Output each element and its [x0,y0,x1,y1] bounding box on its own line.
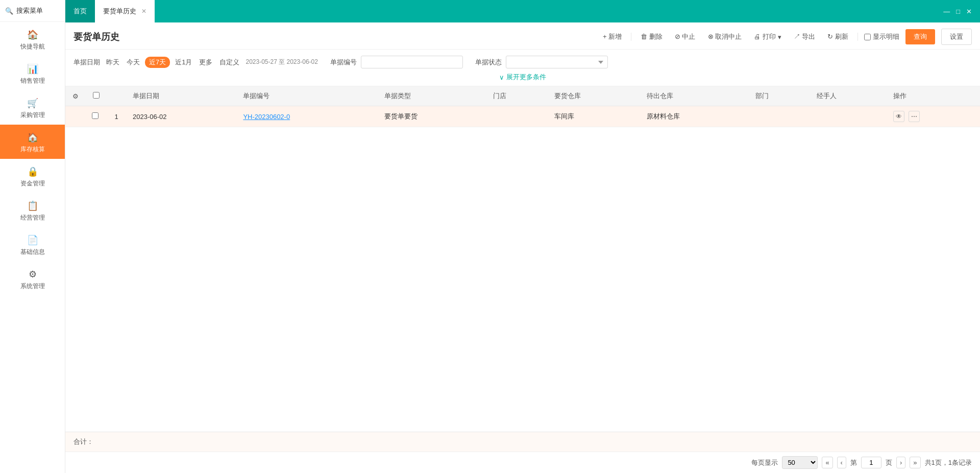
print-dropdown-icon: ▾ [778,33,781,41]
status-filter: 单据状态 [475,56,608,68]
close-icon[interactable]: ✕ [966,8,972,15]
th-req-warehouse[interactable]: 要货仓库 [548,86,641,106]
settings-button[interactable]: 设置 [941,29,972,45]
table-header-row: ⚙ 单据日期 单据编号 单据类型 [65,86,980,106]
show-detail-checkbox[interactable] [864,34,871,40]
th-pending-warehouse-label: 待出仓库 [647,92,673,100]
sidebar-item-operations[interactable]: 📋 经营管理 [0,193,65,227]
tab-requisition-history[interactable]: 要货单历史 ✕ [95,0,155,22]
order-no-input[interactable] [361,56,463,68]
cancel-suspend-label: ⊗ 取消中止 [708,32,742,41]
data-table: ⚙ 单据日期 单据编号 单据类型 [65,86,980,127]
cell-req-warehouse: 车间库 [548,106,641,127]
tab-close-icon[interactable]: ✕ [141,8,146,15]
sidebar-item-inventory-label: 库存核算 [20,145,45,154]
th-store[interactable]: 门店 [487,86,548,106]
system-icon: ⚙ [29,269,37,280]
sidebar-item-sales-label: 销售管理 [20,77,45,85]
th-settings[interactable]: ⚙ [65,86,86,106]
th-order-type[interactable]: 单据类型 [378,86,487,106]
date-option-last1month[interactable]: 近1月 [173,57,194,68]
action-more-icon[interactable]: ⋯ [909,111,920,122]
sidebar-item-purchase[interactable]: 🛒 采购管理 [0,90,65,125]
first-page-btn[interactable]: « [822,457,832,468]
th-checkbox [86,86,106,106]
sidebar-item-finance[interactable]: 🔒 资金管理 [0,159,65,193]
th-store-label: 门店 [493,92,506,100]
status-select[interactable] [506,56,608,68]
suspend-label: ⊘ 中止 [675,32,696,41]
page-input[interactable] [861,457,881,468]
sidebar-search-label: 搜索菜单 [16,6,43,15]
expand-more-label: 展开更多条件 [506,73,546,82]
new-button[interactable]: + 新增 [600,30,625,43]
date-option-yesterday[interactable]: 昨天 [104,57,121,68]
cell-date: 2023-06-02 [127,106,237,127]
th-req-warehouse-label: 要货仓库 [554,92,581,100]
th-handler[interactable]: 经手人 [811,86,888,106]
sales-icon: 📊 [27,63,38,75]
minimize-icon[interactable]: — [943,8,950,15]
th-order-no[interactable]: 单据编号 [237,86,378,106]
row-checkbox[interactable] [92,112,99,119]
sidebar-item-system-label: 系统管理 [20,282,45,291]
cancel-suspend-button[interactable]: ⊗ 取消中止 [705,30,745,43]
sidebar-item-inventory[interactable]: 🏠 库存核算 [0,125,65,159]
operations-icon: 📋 [27,200,38,211]
sidebar-item-quick-nav[interactable]: 🏠 快捷导航 [0,22,65,56]
expand-more-btn[interactable]: ∨ 展开更多条件 [74,73,972,82]
new-label: + 新增 [603,32,622,41]
toolbar-divider-1 [631,33,631,41]
sidebar-item-base-info[interactable]: 📄 基础信息 [0,227,65,262]
per-page-select[interactable]: 50 10 20 100 [782,456,818,469]
date-option-today[interactable]: 今天 [125,57,142,68]
filter-row: 单据日期 昨天 今天 近7天 近1月 更多 自定义 2023-05-27 至 2… [74,56,972,68]
delete-label: 🗑 删除 [641,32,663,41]
show-detail-toggle[interactable]: 显示明细 [864,32,899,41]
th-num [106,86,127,106]
footer-summary: 合计： [65,432,980,452]
cell-order-type: 要货单要货 [378,106,487,127]
date-option-last7days[interactable]: 近7天 [145,57,170,68]
sidebar-search[interactable]: 🔍 搜索菜单 [0,0,65,22]
th-date[interactable]: 单据日期 [127,86,237,106]
print-button[interactable]: 🖨 打印 ▾ [751,30,785,43]
main-area: 首页 要货单历史 ✕ — □ ✕ 要货单历史 + 新增 🗑 删除 [65,0,980,473]
sidebar-item-finance-label: 资金管理 [20,179,45,188]
sidebar-item-system[interactable]: ⚙ 系统管理 [0,262,65,296]
th-pending-warehouse[interactable]: 待出仓库 [641,86,749,106]
suspend-button[interactable]: ⊘ 中止 [672,30,699,43]
toolbar-divider-2 [857,33,858,41]
tab-home[interactable]: 首页 [65,0,95,22]
last-page-btn[interactable]: » [910,457,920,468]
page-label: 第 [850,458,857,467]
total-info: 共1页，1条记录 [925,458,972,467]
th-department[interactable]: 部门 [749,86,811,106]
date-range-display: 2023-05-27 至 2023-06-02 [246,58,317,66]
maximize-icon[interactable]: □ [956,8,960,15]
th-handler-label: 经手人 [817,92,837,100]
action-view-icon[interactable]: 👁 [893,111,904,122]
page-header: 要货单历史 + 新增 🗑 删除 ⊘ 中止 ⊗ 取消中止 🖨 打印 ▾ [65,22,980,50]
prev-page-btn[interactable]: ‹ [837,457,846,468]
sidebar-item-sales[interactable]: 📊 销售管理 [0,56,65,90]
sidebar-item-purchase-label: 采购管理 [20,111,45,120]
cell-settings [65,106,86,127]
export-button[interactable]: ↗ 导出 [791,30,819,43]
date-option-custom[interactable]: 自定义 [217,57,241,68]
date-filter: 单据日期 昨天 今天 近7天 近1月 更多 自定义 2023-05-27 至 2… [74,57,318,68]
refresh-button[interactable]: ↻ 刷新 [824,30,851,43]
next-page-btn[interactable]: › [896,457,905,468]
search-icon: 🔍 [5,7,13,15]
base-info-icon: 📄 [27,234,38,246]
delete-button[interactable]: 🗑 删除 [638,30,666,43]
cell-action: 👁 ⋯ [887,106,980,127]
order-no-link[interactable]: YH-20230602-0 [243,113,290,121]
per-page-label: 每页显示 [751,458,778,467]
toolbar: + 新增 🗑 删除 ⊘ 中止 ⊗ 取消中止 🖨 打印 ▾ ↗ 导出 [600,29,972,45]
th-order-no-label: 单据编号 [243,92,270,100]
date-option-more[interactable]: 更多 [197,57,214,68]
th-date-label: 单据日期 [133,92,159,100]
select-all-checkbox[interactable] [93,92,100,99]
query-button[interactable]: 查询 [905,29,935,44]
